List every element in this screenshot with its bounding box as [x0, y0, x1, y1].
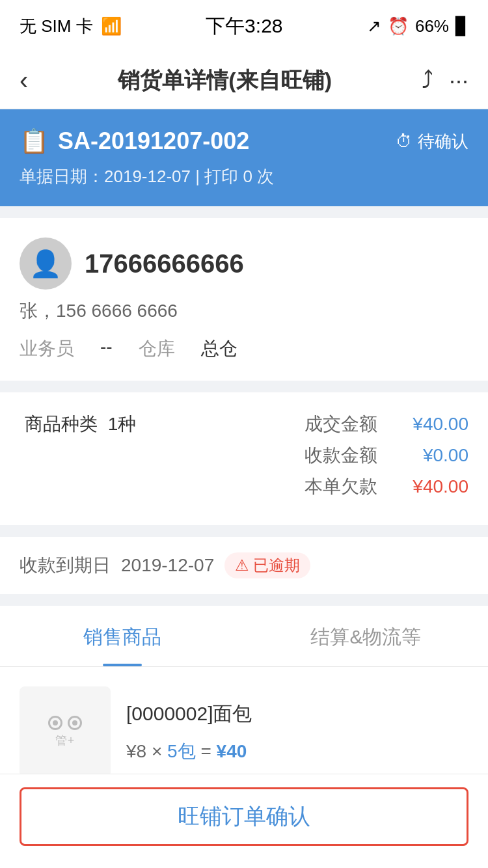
due-amount-value: ¥40.00	[390, 476, 468, 497]
sim-indicator: 无 SIM 卡	[20, 15, 93, 38]
product-info: [0000002]面包 ¥8 × 5包 = ¥40	[126, 701, 468, 764]
customer-name: 张，156 6666 6666	[20, 299, 468, 323]
status-left: 无 SIM 卡 📶	[20, 15, 122, 38]
battery-icon: ▊	[455, 16, 468, 36]
due-date-value: 2019-12-07	[121, 555, 214, 576]
product-price: ¥8 × 5包 = ¥40	[126, 739, 468, 764]
more-icon[interactable]: ···	[449, 67, 468, 94]
overdue-icon: ⚠	[235, 556, 249, 575]
warehouse-label: 仓库	[139, 336, 175, 361]
order-status: ⏱ 待确认	[396, 130, 468, 153]
customer-phone: 17666666666	[85, 249, 244, 278]
owl-eye-right	[68, 716, 82, 730]
owl-text: 管+	[55, 733, 75, 748]
tabs-section: 销售商品 结算&物流等 管+ [0000002]面包	[0, 606, 488, 797]
equals-sign: =	[200, 741, 216, 761]
tab-sales-products[interactable]: 销售商品	[0, 606, 244, 666]
received-amount-row: 收款金额 ¥0.00	[305, 443, 468, 468]
owl-eye-inner-right	[72, 720, 77, 726]
amount-section: 商品种类 1种 成交金额 ¥40.00 收款金额 ¥0.00 本单欠款 ¥40.…	[0, 392, 488, 525]
nav-actions: ⤴ ···	[422, 67, 468, 94]
back-button[interactable]: ‹	[20, 66, 28, 95]
order-number: 📋 SA-20191207-002	[20, 128, 249, 155]
warehouse-value: 总仓	[201, 336, 237, 361]
alarm-icon: ⏰	[388, 16, 409, 36]
due-amount-label: 本单欠款	[305, 474, 377, 499]
customer-section: 👤 17666666666 张，156 6666 6666 业务员 -- 仓库 …	[0, 218, 488, 381]
page-title: 销货单详情(来自旺铺)	[118, 66, 332, 96]
customer-fields: 业务员 -- 仓库 总仓	[20, 336, 468, 361]
product-logo: 管+	[48, 716, 82, 748]
location-icon: ↗	[367, 16, 381, 36]
product-type-label: 商品种类	[25, 414, 98, 434]
order-header: 📋 SA-20191207-002 ⏱ 待确认 单据日期：2019-12-07 …	[0, 109, 488, 206]
battery-indicator: 66%	[415, 16, 449, 36]
amounts-detail: 成交金额 ¥40.00 收款金额 ¥0.00 本单欠款 ¥40.00	[305, 412, 468, 506]
product-type-value: 1种	[108, 414, 137, 434]
status-bar: 无 SIM 卡 📶 下午3:28 ↗ ⏰ 66% ▊	[0, 0, 488, 52]
customer-top: 👤 17666666666	[20, 237, 468, 290]
salesperson-value: --	[100, 336, 113, 361]
status-right: ↗ ⏰ 66% ▊	[367, 16, 468, 36]
confirm-order-button[interactable]: 旺铺订单确认	[20, 787, 468, 846]
order-meta: 单据日期：2019-12-07 | 打印 0 次	[20, 165, 468, 188]
due-date-label: 收款到期日	[20, 553, 111, 578]
deal-amount-row: 成交金额 ¥40.00	[305, 412, 468, 437]
product-name: [0000002]面包	[126, 701, 468, 727]
received-amount-label: 收款金额	[305, 443, 377, 468]
deal-amount-value: ¥40.00	[390, 414, 468, 435]
bottom-bar: 旺铺订单确认	[0, 774, 488, 868]
owl-eye-left	[48, 716, 62, 730]
multiply-sign: ×	[152, 741, 167, 761]
overdue-badge: ⚠ 已逾期	[224, 552, 310, 578]
deal-amount-label: 成交金额	[305, 412, 377, 437]
order-header-top: 📋 SA-20191207-002 ⏱ 待确认	[20, 128, 468, 155]
nav-bar: ‹ 销货单详情(来自旺铺) ⤴ ···	[0, 52, 488, 109]
tabs-header: 销售商品 结算&物流等	[0, 606, 488, 667]
avatar: 👤	[20, 237, 72, 290]
wifi-icon: 📶	[101, 16, 122, 36]
tab-settlement[interactable]: 结算&物流等	[244, 606, 488, 666]
total-price: ¥40	[217, 741, 247, 761]
product-count: 商品种类 1种	[20, 412, 136, 437]
overdue-text: 已逾期	[253, 555, 300, 576]
avatar-icon: 👤	[29, 249, 62, 279]
product-image: 管+	[20, 686, 111, 778]
owl-eyes	[48, 716, 82, 730]
due-date-section: 收款到期日 2019-12-07 ⚠ 已逾期	[0, 537, 488, 594]
due-amount-row: 本单欠款 ¥40.00	[305, 474, 468, 499]
received-amount-value: ¥0.00	[390, 445, 468, 466]
quantity: 5包	[167, 741, 196, 761]
status-time: 下午3:28	[206, 13, 282, 40]
salesperson-label: 业务员	[20, 336, 74, 361]
owl-eye-inner-left	[53, 720, 58, 726]
clock-icon: ⏱	[396, 131, 413, 152]
share-icon[interactable]: ⤴	[422, 67, 433, 94]
order-icon: 📋	[20, 128, 49, 155]
unit-price: ¥8	[126, 741, 146, 761]
